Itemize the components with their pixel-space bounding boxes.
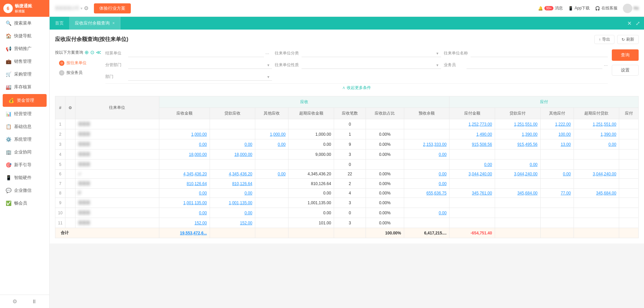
- sidebar-item-hardware[interactable]: 📱 智能硬件: [0, 171, 49, 184]
- header-gear-icon[interactable]: ⚙: [84, 5, 89, 11]
- table-cell[interactable]: 655,636.75: [404, 189, 449, 198]
- sidebar-item-purchase[interactable]: 🛒 采购管理: [0, 68, 49, 81]
- solution-button[interactable]: 体验行业方案: [94, 3, 131, 13]
- add-scheme-icon[interactable]: ⊕: [85, 49, 89, 55]
- export-button[interactable]: ↑ 导出: [594, 35, 614, 44]
- table-cell[interactable]: 152.00: [159, 218, 210, 228]
- filter-yewuyuan-ellipsis[interactable]: ···: [604, 62, 608, 68]
- scheme-settings-icon[interactable]: ⊙: [90, 49, 95, 55]
- table-cell[interactable]: 0.00: [159, 189, 210, 198]
- filter-wanglai-input[interactable]: [471, 49, 608, 57]
- table-cell[interactable]: 0.00: [404, 179, 449, 189]
- tab-close-all-icon[interactable]: ✕: [627, 20, 632, 27]
- col-settings[interactable]: ⚙: [65, 96, 75, 119]
- table-cell[interactable]: 4,345,436.20: [210, 170, 255, 179]
- table-cell[interactable]: 1,490.00: [449, 129, 495, 139]
- table-cell[interactable]: 0.00: [255, 139, 288, 149]
- table-cell[interactable]: 345,761.00: [449, 189, 495, 198]
- table-cell[interactable]: 3,044,240.00: [574, 170, 619, 179]
- table-cell[interactable]: 0.00: [210, 189, 255, 198]
- table-cell[interactable]: 152.00: [210, 218, 255, 228]
- sidebar-item-marketing[interactable]: 📢 营销推广: [0, 42, 49, 55]
- refresh-button[interactable]: ↻ 刷新: [617, 35, 639, 44]
- search-icon: 🔍: [5, 20, 11, 26]
- scheme-collapse-icon[interactable]: ≪: [96, 49, 101, 55]
- sidebar-item-sales[interactable]: 💼 销售管理: [0, 55, 49, 68]
- table-cell[interactable]: 1,390.00: [574, 129, 619, 139]
- table-cell[interactable]: 1,251,551.00: [574, 119, 619, 129]
- table-cell: 0.00%: [366, 218, 404, 228]
- table-cell[interactable]: 2,153,333.00: [404, 139, 449, 149]
- scheme-item-salesman[interactable]: ○ 按业务员: [55, 68, 101, 78]
- table-cell[interactable]: 1,252,773.00: [449, 119, 495, 129]
- sidebar-item-operation[interactable]: 📊 经营管理: [0, 107, 49, 120]
- table-cell[interactable]: 13.00: [540, 139, 574, 149]
- sidebar-item-member[interactable]: ✅ 畅会员: [0, 197, 49, 210]
- table-cell[interactable]: 0.00: [255, 170, 288, 179]
- table-cell[interactable]: 1,001,135.00: [159, 198, 210, 208]
- table-cell[interactable]: 915,508.56: [449, 139, 495, 149]
- app-download-item[interactable]: 📱 App下载: [568, 5, 590, 11]
- table-cell[interactable]: 0.00: [495, 160, 540, 170]
- table-cell[interactable]: 915,495.56: [495, 139, 540, 149]
- online-service-item[interactable]: 🎧 在线客服: [595, 5, 618, 11]
- table-cell[interactable]: 77.00: [540, 189, 574, 198]
- table-cell[interactable]: 100.00: [540, 129, 574, 139]
- sidebar-item-finance[interactable]: 💰 资金管理: [3, 94, 47, 107]
- table-cell[interactable]: 18,000.00: [210, 149, 255, 160]
- sidebar-item-inventory[interactable]: 🏭 库存核算: [0, 81, 49, 93]
- table-cell[interactable]: 0.00: [574, 139, 619, 149]
- table-cell[interactable]: 3,044,240.00: [449, 170, 495, 179]
- table-cell[interactable]: 18,000.00: [159, 149, 210, 160]
- table-cell[interactable]: 0.00: [449, 160, 495, 170]
- sidebar-item-wechat[interactable]: 💬 企业微信: [0, 184, 49, 197]
- settings-button[interactable]: 设置: [612, 65, 639, 76]
- table-cell[interactable]: 0.00: [159, 139, 210, 149]
- sidebar-item-guide[interactable]: 🎯 新手引导: [0, 159, 49, 171]
- table-cell[interactable]: 4,345,436.20: [159, 170, 210, 179]
- table-cell[interactable]: 1,390.00: [495, 129, 540, 139]
- table-cell[interactable]: 1,000.00: [159, 129, 210, 139]
- table-cell[interactable]: 1,222.00: [540, 119, 574, 129]
- tab-home[interactable]: 首页: [50, 17, 69, 30]
- filter-bumen-select[interactable]: [128, 73, 272, 81]
- table-cell[interactable]: 1,000.00: [255, 129, 288, 139]
- tab-expand-icon[interactable]: ⤢: [636, 20, 640, 27]
- collapse-button[interactable]: ∧ 收起更多条件: [105, 83, 608, 92]
- sidebar-item-basic[interactable]: 📋 基础信息: [0, 120, 49, 133]
- notifications-item[interactable]: 🔔 99+ 消息: [538, 5, 563, 11]
- scheme-item-company[interactable]: ⊙ 按往来单位: [55, 58, 101, 68]
- table-cell[interactable]: 810,126.64: [210, 179, 255, 189]
- tab-close-icon[interactable]: ×: [112, 21, 115, 26]
- tab-bar-right: ✕ ⤢: [623, 17, 644, 30]
- table-cell[interactable]: 0.00: [404, 149, 449, 160]
- user-avatar[interactable]: Rit: [623, 4, 639, 13]
- filter-yewuyuan-input[interactable]: [467, 61, 602, 69]
- collapse-sidebar-icon[interactable]: ⏸: [32, 299, 37, 305]
- table-cell[interactable]: 1,001,135.00: [210, 198, 255, 208]
- table-cell[interactable]: 1,251,551.00: [495, 119, 540, 129]
- filter-jiesuan-input[interactable]: [128, 49, 264, 57]
- table-cell[interactable]: 345,684.00: [495, 189, 540, 198]
- settings-bottom-icon[interactable]: ⚙: [12, 298, 17, 305]
- table-cell[interactable]: 0.00: [210, 208, 255, 218]
- sidebar-item-search[interactable]: 🔍 搜索菜单: [0, 17, 49, 30]
- table-cell[interactable]: 0.00: [540, 170, 574, 179]
- table-cell[interactable]: 0.00: [404, 170, 449, 179]
- sidebar-item-system[interactable]: ⚙️ 系统管理: [0, 133, 49, 146]
- table-cell: [619, 149, 639, 160]
- query-button[interactable]: 查询: [612, 49, 639, 61]
- sidebar-item-corp[interactable]: 🏢 企业协同: [0, 146, 49, 159]
- table-cell[interactable]: 0.00: [404, 208, 449, 218]
- table-cell[interactable]: 0.00: [159, 208, 210, 218]
- sidebar-item-quick[interactable]: 🏠 快捷导航: [0, 30, 49, 42]
- filter-fenguan-select[interactable]: [128, 61, 272, 69]
- filter-fenlei-select[interactable]: [302, 49, 441, 57]
- table-cell[interactable]: 810,126.64: [159, 179, 210, 189]
- tab-ar-ap[interactable]: 应收应付余额查询 ×: [69, 17, 120, 30]
- filter-xingzhi-select[interactable]: [302, 61, 441, 69]
- table-cell[interactable]: 0.00: [210, 139, 255, 149]
- filter-jiesuan-ellipsis[interactable]: ···: [265, 51, 269, 56]
- table-cell[interactable]: 345,684.00: [574, 189, 619, 198]
- table-cell[interactable]: 3,044,240.00: [495, 170, 540, 179]
